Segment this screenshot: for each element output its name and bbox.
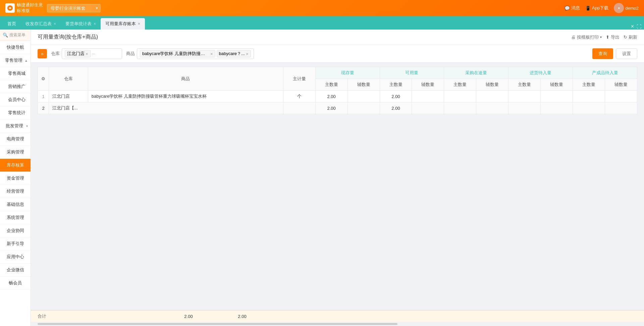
sidebar-item-retail-mgmt[interactable]: 零售管理 ▲ xyxy=(0,54,31,67)
col-available-group-header: 可用量 xyxy=(380,67,444,79)
sidebar-search[interactable]: 🔍 搜索菜单 xyxy=(0,30,31,41)
subtotal-inbound-aux xyxy=(541,102,573,114)
subtotal-available-main: 2.00 xyxy=(380,102,412,114)
col-purchase-aux-header: 辅数量 xyxy=(476,79,508,91)
subtotal-available-aux xyxy=(412,102,444,114)
tab-home[interactable]: 首页 xyxy=(3,18,21,30)
filter-bar: » 仓库 江北门店 × ··· 商品 babycare学饮杯 儿童防摔防撞吸管杯… xyxy=(31,45,644,63)
chevron-icon-wholesale: ▾ xyxy=(26,124,28,128)
horizontal-scrollbar[interactable] xyxy=(38,323,397,325)
page-title: 可用量查询(按仓库+商品) xyxy=(38,34,98,41)
close-tab-3[interactable]: × xyxy=(138,21,140,26)
close-tab-1[interactable]: × xyxy=(54,21,56,26)
close-all-tabs[interactable]: × xyxy=(631,24,634,30)
export-icon: ⬆ xyxy=(606,35,609,40)
refresh-button[interactable]: ↻ 刷新 xyxy=(624,34,637,40)
sidebar-item-retail-mall[interactable]: 零售商城 xyxy=(0,67,31,80)
cell-inbound-main xyxy=(508,91,541,102)
org-selector-wrap[interactable]: 母婴行业演示账套 xyxy=(47,4,101,12)
sidebar-item-marketing[interactable]: 营销推广 xyxy=(0,80,31,93)
warehouse-input[interactable]: 江北门店 × ··· xyxy=(62,48,122,59)
sidebar-item-finance[interactable]: 资金管理 xyxy=(0,172,31,185)
subtotal-product-main xyxy=(573,102,605,114)
col-warehouse-header: 仓库 xyxy=(49,67,88,91)
sidebar-item-enterprise[interactable]: 企业协同 xyxy=(0,224,31,237)
remove-warehouse-tag[interactable]: × xyxy=(86,51,88,56)
col-purchase-group-header: 采购在途量 xyxy=(444,67,508,79)
subtotal-purchase-main xyxy=(444,102,476,114)
cell-main-unit: 个 xyxy=(283,91,315,102)
logo-text: 畅捷通好生意 标准版 xyxy=(17,2,43,14)
top-bar-left: 畅捷通好生意 标准版 母婴行业演示账套 xyxy=(5,2,101,14)
main-layout: 🔍 搜索菜单 快捷导航 零售管理 ▲ 零售商城 营销推广 会员中心 零售统计 批… xyxy=(0,30,644,326)
download-button[interactable]: 📱 App下载 xyxy=(585,5,608,11)
col-inbound-main-header: 主数量 xyxy=(508,79,541,91)
table-footer: 合计 2.00 2.00 xyxy=(31,310,644,322)
subtotal-product-aux xyxy=(605,102,637,114)
sidebar-item-newbie[interactable]: 新手引导 xyxy=(0,237,31,250)
remove-product-tag-2[interactable]: × xyxy=(246,51,249,56)
col-product-header: 商品 xyxy=(88,67,283,91)
tab-yaohuo[interactable]: 要货单统计表 × xyxy=(61,18,101,30)
product-input[interactable]: babycare学饮杯 儿童防摔防撞吸管杯重力球吸嘴杯宝宝水杯 × babyca… xyxy=(137,48,254,59)
col-gear[interactable]: ⚙ xyxy=(38,67,49,91)
product-tag-1: babycare学饮杯 儿童防摔防撞吸管杯重力球吸嘴杯宝宝水杯 × xyxy=(140,50,215,57)
chevron-icon-retail: ▲ xyxy=(24,59,28,62)
sidebar-item-retail-stats[interactable]: 零售统计 xyxy=(0,106,31,120)
close-tab-2[interactable]: × xyxy=(94,21,96,26)
filter-toggle-button[interactable]: » xyxy=(38,49,47,58)
sidebar-item-operations[interactable]: 经营管理 xyxy=(0,185,31,198)
chevron-down-icon: ▾ xyxy=(600,35,602,39)
more-dots[interactable]: ··· xyxy=(92,51,95,56)
tab-bar-actions: × ⛶ xyxy=(631,24,641,30)
product-filter: 商品 babycare学饮杯 儿童防摔防撞吸管杯重力球吸嘴杯宝宝水杯 × bab… xyxy=(126,48,254,59)
message-button[interactable]: 💬 消息 xyxy=(565,5,580,11)
subtotal-stock-aux xyxy=(347,102,380,114)
col-available-main-header: 主数量 xyxy=(380,79,412,91)
top-bar-right: 💬 消息 📱 App下载 × demo2 xyxy=(565,3,639,13)
sidebar-item-inventory[interactable]: 库存核算 xyxy=(0,159,31,172)
subtotal-num: 2 xyxy=(38,102,49,114)
tab-shoufacun[interactable]: 收发存汇总表 × xyxy=(21,18,61,30)
sidebar-item-appstore[interactable]: 应用中心 xyxy=(0,250,31,264)
cell-purchase-aux xyxy=(476,91,508,102)
query-button[interactable]: 查询 xyxy=(592,48,613,59)
sidebar-item-system[interactable]: 系统管理 xyxy=(0,211,31,224)
col-available-aux-header: 辅数量 xyxy=(412,79,444,91)
subtotal-stock-main: 2.00 xyxy=(315,102,347,114)
setting-button[interactable]: 设置 xyxy=(616,48,637,59)
table-row: 1 江北门店 babycare学饮杯 儿童防摔防撞吸管杯重力球吸嘴杯宝宝水杯 个… xyxy=(38,91,637,102)
print-icon: 🖨 xyxy=(571,35,576,40)
sidebar-item-wechat[interactable]: 企业微信 xyxy=(0,264,31,277)
logo-area: 畅捷通好生意 标准版 xyxy=(5,2,43,14)
subtotal-inbound-main xyxy=(508,102,541,114)
col-inbound-aux-header: 辅数量 xyxy=(541,79,573,91)
sidebar-item-basic[interactable]: 基础信息 xyxy=(0,198,31,211)
org-selector[interactable]: 母婴行业演示账套 xyxy=(47,4,101,12)
print-button[interactable]: 🖨 按模板打印 ▾ xyxy=(571,34,602,40)
content-area: 可用量查询(按仓库+商品) 🖨 按模板打印 ▾ ⬆ 导出 ↻ 刷新 » xyxy=(31,30,644,326)
expand-tabs[interactable]: ⛶ xyxy=(637,24,641,29)
col-stock-main-header: 主数量 xyxy=(315,79,347,91)
col-mainunit-header: 主计量 xyxy=(283,67,315,91)
sidebar-item-wholesale[interactable]: 批发管理 ▾ xyxy=(0,120,31,133)
sidebar-item-ecommerce[interactable]: 电商管理 xyxy=(0,133,31,146)
sidebar-item-member[interactable]: 会员中心 xyxy=(0,93,31,106)
export-button[interactable]: ⬆ 导出 xyxy=(606,34,620,40)
sidebar-item-purchase[interactable]: 采购管理 xyxy=(0,146,31,159)
tab-keyongliang[interactable]: 可用量库存账本 × xyxy=(101,18,145,30)
col-inbound-group-header: 进货待入量 xyxy=(508,67,573,79)
sidebar-item-quick-nav[interactable]: 快捷导航 xyxy=(0,41,31,54)
data-table: ⚙ 仓库 商品 主计量 现存量 可用量 采购在途量 进货待入量 xyxy=(38,67,637,114)
cell-product: babycare学饮杯 儿童防摔防撞吸管杯重力球吸嘴杯宝宝水杯 xyxy=(88,91,283,102)
footer-available-total: 2.00 xyxy=(229,314,256,319)
remove-product-tag-1[interactable]: × xyxy=(210,51,213,56)
sidebar-item-vip[interactable]: 畅会员 xyxy=(0,277,31,290)
col-stock-group-header: 现存量 xyxy=(315,67,380,79)
cell-purchase-main xyxy=(444,91,476,102)
message-icon: 💬 xyxy=(565,6,570,11)
table-area: ⚙ 仓库 商品 主计量 现存量 可用量 采购在途量 进货待入量 xyxy=(31,63,644,310)
col-purchase-main-header: 主数量 xyxy=(444,79,476,91)
cell-row-num: 1 xyxy=(38,91,49,102)
user-avatar[interactable]: × demo2 xyxy=(614,3,639,13)
